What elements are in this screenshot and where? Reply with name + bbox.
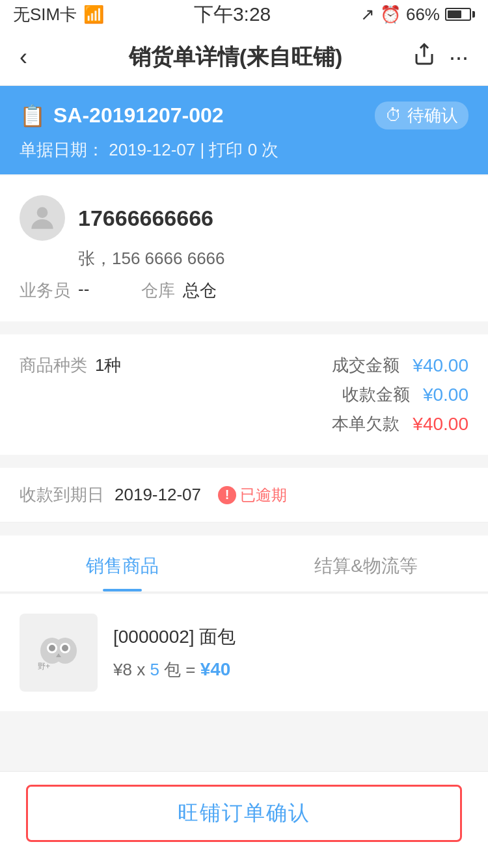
payment-amount-row: 收款金额 ¥0.00 <box>332 383 468 406</box>
product-list: 野+ [0000002] 面包 ¥8 x 5 包 = ¥40 <box>0 594 488 712</box>
status-icons: ↗ ⏰ 66% <box>360 5 475 25</box>
back-button[interactable]: ‹ <box>20 44 59 71</box>
payment-amount-label: 收款金额 <box>342 383 410 406</box>
clock-icon: ⏱ <box>385 105 402 126</box>
order-status-text: 待确认 <box>407 104 458 127</box>
warehouse-label: 仓库 <box>141 279 175 302</box>
payment-amount-value: ¥0.00 <box>423 385 468 405</box>
order-date-line: 单据日期： 2019-12-07 | 打印 0 次 <box>20 139 468 161</box>
order-date: 2019-12-07 <box>109 140 195 159</box>
overdue-icon: ! <box>218 486 236 504</box>
tab-settlement[interactable]: 结算&物流等 <box>244 536 488 591</box>
balance-amount-label: 本单欠款 <box>332 413 400 435</box>
status-carrier: 无SIM卡 📶 <box>13 3 104 26</box>
due-date-card: 收款到期日 2019-12-07 ! 已逾期 <box>0 468 488 522</box>
date-label: 单据日期： <box>20 140 104 159</box>
status-time: 下午3:28 <box>194 1 271 28</box>
deal-amount-value: ¥40.00 <box>413 355 468 376</box>
customer-name: 张，156 6666 6666 <box>78 247 468 270</box>
salesperson-value: -- <box>78 279 89 302</box>
bottom-action: 旺铺订单确认 <box>0 771 488 868</box>
order-status: ⏱ 待确认 <box>375 102 468 129</box>
amounts-list: 成交金额 ¥40.00 收款金额 ¥0.00 本单欠款 ¥40.00 <box>332 354 468 435</box>
tab-settlement-label: 结算&物流等 <box>314 556 418 576</box>
product-qty: 5 <box>150 660 159 679</box>
warehouse-value: 总仓 <box>183 279 217 302</box>
product-thumbnail: 野+ <box>20 614 98 692</box>
product-price-row: ¥8 x 5 包 = ¥40 <box>113 658 468 681</box>
customer-top: 17666666666 <box>20 195 468 241</box>
due-date-label: 收款到期日 <box>20 483 104 506</box>
product-title: 面包 <box>199 627 236 647</box>
battery-percent: 66% <box>406 5 440 25</box>
confirm-order-button[interactable]: 旺铺订单确认 <box>26 785 462 842</box>
location-icon: ↗ <box>360 5 375 25</box>
more-icon[interactable]: ··· <box>449 44 468 71</box>
order-id: 📋 SA-20191207-002 <box>20 103 224 128</box>
share-icon[interactable] <box>413 42 436 72</box>
svg-point-1 <box>37 207 48 218</box>
svg-point-6 <box>49 645 55 651</box>
alarm-icon: ⏰ <box>380 5 401 25</box>
product-unit: 包 = <box>164 660 200 679</box>
due-date-value: 2019-12-07 <box>115 485 201 505</box>
deal-amount-row: 成交金额 ¥40.00 <box>332 354 468 377</box>
product-unit-price: ¥8 x <box>113 660 150 679</box>
customer-phone: 17666666666 <box>78 206 213 231</box>
goods-type: 商品种类 1种 <box>20 354 121 377</box>
avatar <box>20 195 65 241</box>
amounts-card: 商品种类 1种 成交金额 ¥40.00 收款金额 ¥0.00 本单欠款 ¥40.… <box>0 334 488 455</box>
product-code: [0000002] <box>113 627 195 647</box>
warehouse-info: 仓库 总仓 <box>141 279 217 302</box>
svg-point-7 <box>62 645 68 651</box>
tab-sales-label: 销售商品 <box>86 556 159 576</box>
deal-amount-label: 成交金额 <box>332 354 400 377</box>
tab-sales-products[interactable]: 销售商品 <box>0 536 244 591</box>
print-count: 0 <box>248 140 257 159</box>
balance-amount-row: 本单欠款 ¥40.00 <box>332 413 468 435</box>
overdue-badge: ! 已逾期 <box>218 485 287 506</box>
print-suffix: 次 <box>262 140 278 159</box>
nav-bar: ‹ 销货单详情(来自旺铺) ··· <box>0 29 488 86</box>
product-logo: 野+ <box>33 631 85 675</box>
product-item: 野+ [0000002] 面包 ¥8 x 5 包 = ¥40 <box>0 594 488 712</box>
overdue-text: 已逾期 <box>240 485 287 506</box>
salesperson-label: 业务员 <box>20 279 70 302</box>
wifi-icon: 📶 <box>83 5 104 25</box>
nav-actions: ··· <box>413 42 468 72</box>
tabs-bar: 销售商品 结算&物流等 <box>0 536 488 593</box>
page-title: 销货单详情(来自旺铺) <box>59 42 413 72</box>
salesperson-info: 业务员 -- <box>20 279 89 302</box>
svg-text:野+: 野+ <box>38 662 50 670</box>
goods-type-value: 1种 <box>95 354 121 377</box>
battery-icon <box>445 8 475 21</box>
customer-info-row: 业务员 -- 仓库 总仓 <box>20 279 468 302</box>
balance-amount-value: ¥40.00 <box>413 414 468 435</box>
product-total: ¥40 <box>200 659 231 679</box>
order-id-text: SA-20191207-002 <box>53 103 224 128</box>
order-header: 📋 SA-20191207-002 ⏱ 待确认 单据日期： 2019-12-07… <box>0 86 488 174</box>
product-info: [0000002] 面包 ¥8 x 5 包 = ¥40 <box>113 625 468 681</box>
customer-card: 17666666666 张，156 6666 6666 业务员 -- 仓库 总仓 <box>0 176 488 321</box>
product-name: [0000002] 面包 <box>113 625 468 649</box>
goods-type-label: 商品种类 <box>20 354 87 377</box>
order-doc-icon: 📋 <box>20 103 46 128</box>
print-label: | 打印 <box>200 140 247 159</box>
status-bar: 无SIM卡 📶 下午3:28 ↗ ⏰ 66% <box>0 0 488 29</box>
carrier-text: 无SIM卡 <box>13 3 77 26</box>
